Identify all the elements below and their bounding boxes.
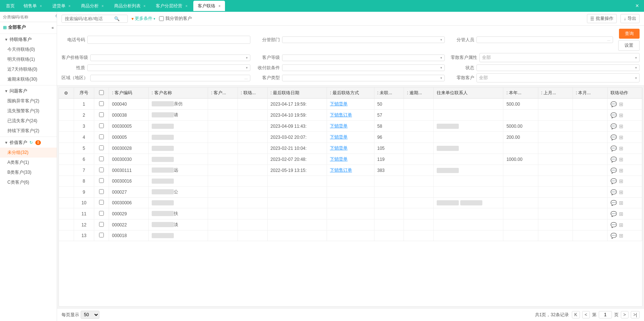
row-checkbox[interactable]	[99, 123, 104, 128]
reset-button[interactable]: 设置	[618, 40, 640, 51]
row-checkbox[interactable]	[99, 134, 104, 139]
row-check[interactable]	[94, 154, 109, 165]
per-page-select[interactable]: 50 20 100	[81, 311, 99, 319]
query-button[interactable]: 查询	[619, 29, 640, 39]
person-select[interactable]: …	[476, 36, 613, 43]
row-checkbox[interactable]	[99, 233, 104, 237]
last-page-button[interactable]: >|	[631, 311, 640, 318]
row-check[interactable]	[94, 99, 109, 110]
export-button[interactable]: ↓ 导出	[620, 14, 640, 23]
row-check[interactable]	[94, 165, 109, 176]
nav-tab-customer-mgmt[interactable]: 客户分层经营 ×	[151, 1, 192, 11]
more-conditions-btn[interactable]: ▾ 更多条件 ▾	[131, 15, 155, 22]
sidebar-item-overdue[interactable]: 逾期未联络(30)	[0, 74, 57, 84]
retail-select[interactable]: 全部 ▾	[476, 73, 640, 82]
chat-action-icon[interactable]: 💬	[610, 134, 617, 140]
prev-page-button[interactable]: <	[582, 311, 590, 318]
row-check[interactable]	[94, 187, 109, 198]
chat-action-icon[interactable]: 💬	[610, 112, 617, 118]
retail-attr-select[interactable]: 全部 ▾	[479, 53, 640, 62]
chat-action-icon[interactable]: 💬	[610, 222, 617, 228]
close-analysis-icon[interactable]: ×	[102, 4, 104, 8]
row-check[interactable]	[94, 198, 109, 208]
row-check[interactable]	[94, 143, 109, 154]
nav-tab-analysis[interactable]: 商品分析 ×	[77, 1, 108, 11]
chat-action-icon[interactable]: 💬	[610, 101, 617, 107]
page-number-input[interactable]	[599, 311, 612, 318]
value-customers-header[interactable]: ▼ 价值客户 ↻ 8	[0, 138, 57, 148]
chat-action-icon[interactable]: 💬	[610, 167, 617, 173]
grid-action-icon[interactable]: ⊞	[619, 156, 623, 162]
row-checkbox[interactable]	[99, 145, 104, 150]
chat-action-icon[interactable]: 💬	[610, 178, 617, 184]
sidebar-item-tomorrow[interactable]: 明天待联络(1)	[0, 54, 57, 64]
sidebar-search-input[interactable]	[3, 15, 54, 19]
chat-action-icon[interactable]: 💬	[610, 189, 617, 195]
search-input[interactable]	[65, 16, 113, 21]
chat-action-icon[interactable]: 💬	[610, 156, 617, 162]
row-checkbox[interactable]	[99, 156, 104, 161]
grid-action-icon[interactable]: ⊞	[619, 200, 623, 206]
sidebar-item-hoarding[interactable]: 囤购异常客户(2)	[0, 96, 57, 106]
grid-action-icon[interactable]: ⊞	[619, 134, 623, 140]
next-page-button[interactable]: >	[621, 311, 629, 318]
row-check[interactable]	[94, 208, 109, 219]
grid-action-icon[interactable]: ⊞	[619, 101, 623, 107]
grid-action-icon[interactable]: ⊞	[619, 145, 623, 151]
row-checkbox[interactable]	[99, 101, 104, 106]
sidebar-item-class-c[interactable]: C类客户(6)	[0, 177, 57, 187]
grid-action-icon[interactable]: ⊞	[619, 233, 623, 239]
check-col-header[interactable]	[94, 88, 109, 99]
row-check[interactable]	[94, 176, 109, 187]
price-level-select[interactable]: ▾	[90, 54, 250, 61]
chat-action-icon[interactable]: 💬	[610, 123, 617, 129]
pending-contact-header[interactable]: ▼ 待联络客户	[0, 35, 57, 45]
sidebar-item-today[interactable]: 今天待联络(0)	[0, 45, 57, 54]
window-close-button[interactable]: ×	[633, 3, 641, 9]
row-check[interactable]	[94, 219, 109, 230]
sidebar-item-churned[interactable]: 已流失客户(24)	[0, 116, 57, 126]
sidebar-item-declining[interactable]: 持续下滑客户(2)	[0, 126, 57, 136]
nav-tab-purchase[interactable]: 进货单 ×	[48, 1, 75, 11]
status-select[interactable]: ▾	[476, 64, 640, 71]
row-check[interactable]	[94, 110, 109, 121]
grid-action-icon[interactable]: ⊞	[619, 211, 623, 217]
batch-op-button[interactable]: ☰ 批量操作	[587, 14, 617, 23]
settings-col-header[interactable]: ⚙	[59, 88, 74, 99]
all-customers-header[interactable]: ⊞ 全部客户 «	[0, 22, 57, 33]
nav-tab-customer-contact[interactable]: 客户联络 ×	[193, 1, 225, 11]
my-customers-checkbox[interactable]	[159, 16, 164, 21]
grid-action-icon[interactable]: ⊞	[619, 189, 623, 195]
row-checkbox[interactable]	[99, 112, 104, 117]
search-icon[interactable]: 🔍	[114, 16, 120, 21]
row-checkbox[interactable]	[99, 211, 104, 216]
region-select[interactable]: …	[90, 75, 250, 81]
nav-home[interactable]: 首页	[3, 3, 18, 9]
grid-action-icon[interactable]: ⊞	[619, 222, 623, 228]
phone-input[interactable]	[87, 36, 250, 44]
close-analysis-list-icon[interactable]: ×	[144, 4, 146, 8]
nature-select[interactable]: ▾	[87, 64, 250, 71]
row-check[interactable]	[94, 132, 109, 143]
grid-action-icon[interactable]: ⊞	[619, 167, 623, 173]
row-checkbox[interactable]	[99, 200, 104, 205]
select-all-checkbox[interactable]	[99, 90, 104, 95]
nav-tab-analysis-list[interactable]: 商品分析列表 ×	[110, 1, 150, 11]
nav-tab-sales[interactable]: 销售单 ×	[19, 1, 46, 11]
chat-action-icon[interactable]: 💬	[610, 145, 617, 151]
close-purchase-icon[interactable]: ×	[68, 4, 71, 8]
grid-action-icon[interactable]: ⊞	[619, 178, 623, 184]
refresh-icon[interactable]: ↻	[29, 140, 33, 145]
row-checkbox[interactable]	[99, 178, 104, 183]
grid-action-icon[interactable]: ⊞	[619, 123, 623, 129]
chat-action-icon[interactable]: 💬	[610, 211, 617, 217]
close-customer-contact-icon[interactable]: ×	[218, 4, 221, 8]
cust-type-select[interactable]: ▾	[282, 75, 445, 81]
chat-action-icon[interactable]: 💬	[610, 200, 617, 206]
sidebar-item-ungroup[interactable]: 未分组(32)	[0, 148, 57, 158]
sidebar-item-churn-warning[interactable]: 流失预警客户(3)	[0, 106, 57, 116]
row-checkbox[interactable]	[99, 189, 104, 194]
payment-select[interactable]: ▾	[282, 64, 445, 71]
dept-select[interactable]: ▾	[282, 36, 445, 43]
row-checkbox[interactable]	[99, 222, 104, 227]
